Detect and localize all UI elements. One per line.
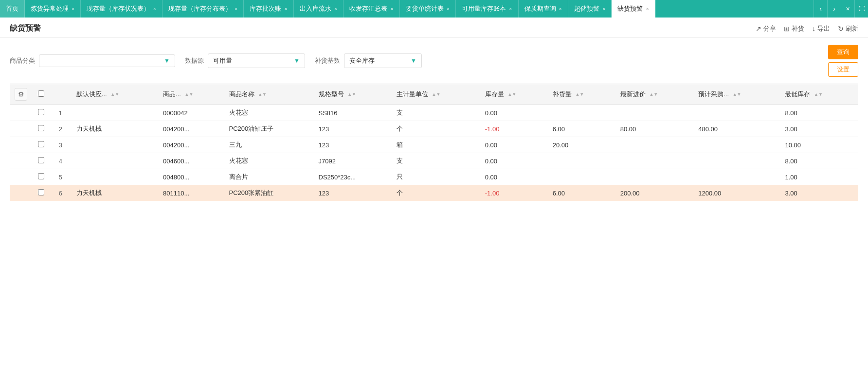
row-num: 5 xyxy=(50,169,72,185)
row-settings-cell xyxy=(10,169,32,185)
tab-demand-stats[interactable]: 要货单统计表 × xyxy=(400,0,456,18)
tab-nav-prev[interactable]: ‹ xyxy=(814,0,827,18)
row-min-stock: 3.00 xyxy=(780,185,858,201)
base-select[interactable]: 安全库存 ▼ xyxy=(344,53,422,68)
tab-shortage[interactable]: 缺货预警 × xyxy=(612,0,655,18)
name-sort[interactable]: ▲▼ xyxy=(258,92,267,97)
query-button[interactable]: 查询 xyxy=(828,45,858,59)
tab-close-abnormal[interactable]: × xyxy=(72,6,74,12)
export-button[interactable]: ↓ 导出 xyxy=(812,24,830,33)
row-name: 火花塞 xyxy=(224,153,314,169)
tab-abnormal[interactable]: 炼货异常处理 × xyxy=(25,0,81,18)
row-checkbox-2[interactable] xyxy=(38,141,44,147)
row-spec: SS816 xyxy=(314,105,392,121)
supplier-sort[interactable]: ▲▼ xyxy=(110,92,119,97)
page-header: 缺货预警 ↗ 分享 ⊞ 补货 ↓ 导出 ↻ 刷新 xyxy=(0,18,868,38)
column-settings-gear[interactable]: ⚙ xyxy=(15,88,27,101)
replenish-sort[interactable]: ▲▼ xyxy=(575,92,584,97)
row-latest-price xyxy=(615,169,693,185)
unit-sort[interactable]: ▲▼ xyxy=(432,92,441,97)
row-replenish: 6.00 xyxy=(548,185,615,201)
stock-sort[interactable]: ▲▼ xyxy=(507,92,516,97)
th-unit[interactable]: 主计量单位 ▲▼ xyxy=(392,84,480,105)
tab-expiry-query[interactable]: 保质期查询 × xyxy=(519,0,568,18)
tab-close-shortage[interactable]: × xyxy=(646,6,649,12)
th-est-purchase[interactable]: 预计采购... ▲▼ xyxy=(693,84,780,105)
refresh-icon: ↻ xyxy=(838,25,844,33)
row-min-stock: 8.00 xyxy=(780,105,858,121)
tab-batch-account[interactable]: 库存批次账 × xyxy=(244,0,293,18)
th-spec[interactable]: 规格型号 ▲▼ xyxy=(314,84,392,105)
row-checkbox-3[interactable] xyxy=(38,157,44,163)
tab-inventory-dist[interactable]: 现存量（库存分布表） × xyxy=(163,0,244,18)
datasource-select-arrow: ▼ xyxy=(294,57,300,64)
table-row: 6 力天机械 801110... PC200张紧油缸 123 个 -1.00 6… xyxy=(10,185,858,201)
tab-overstock[interactable]: 超储预警 × xyxy=(568,0,612,18)
filter-group-datasource: 数据源 可用量 ▼ xyxy=(185,53,305,68)
latest-price-sort[interactable]: ▲▼ xyxy=(649,92,658,97)
th-code[interactable]: 商品... ▲▼ xyxy=(158,84,224,105)
th-name[interactable]: 商品名称 ▲▼ xyxy=(224,84,314,105)
tab-close-inventory-status[interactable]: × xyxy=(153,6,156,12)
row-supplier xyxy=(72,137,158,153)
row-stock: 0.00 xyxy=(480,169,548,185)
refresh-button[interactable]: ↻ 刷新 xyxy=(838,24,858,33)
settings-button[interactable]: 设置 xyxy=(828,62,858,77)
row-checkbox-1[interactable] xyxy=(38,125,44,131)
row-checkbox-cell xyxy=(32,121,50,137)
code-sort[interactable]: ▲▼ xyxy=(185,92,194,97)
share-button[interactable]: ↗ 分享 xyxy=(756,24,776,33)
select-all-checkbox[interactable] xyxy=(38,90,44,97)
tab-close-expiry-query[interactable]: × xyxy=(559,6,562,12)
est-purchase-sort[interactable]: ▲▼ xyxy=(733,92,741,97)
tab-avail-ledger[interactable]: 可用量库存账本 × xyxy=(456,0,518,18)
row-min-stock: 1.00 xyxy=(780,169,858,185)
row-checkbox-0[interactable] xyxy=(38,109,44,115)
datasource-select[interactable]: 可用量 ▼ xyxy=(208,53,305,68)
row-code: 0000042 xyxy=(158,105,224,121)
tab-inout-flow[interactable]: 出入库流水 × xyxy=(294,0,344,18)
tab-receive-summary[interactable]: 收发存汇总表 × xyxy=(344,0,399,18)
row-checkbox-cell xyxy=(32,185,50,201)
tab-close-demand-stats[interactable]: × xyxy=(447,6,450,12)
table-header-row: ⚙ 默认供应... ▲▼ 商品... ▲▼ 商品名称 xyxy=(10,84,858,105)
th-min-stock[interactable]: 最低库存 ▲▼ xyxy=(780,84,858,105)
tab-close-overstock[interactable]: × xyxy=(602,6,605,12)
th-supplier[interactable]: 默认供应... ▲▼ xyxy=(72,84,158,105)
datasource-label: 数据源 xyxy=(185,56,204,65)
tab-close-inout-flow[interactable]: × xyxy=(334,6,337,12)
tab-inventory-status[interactable]: 现存量（库存状况表） × xyxy=(81,0,162,18)
tab-close-receive-summary[interactable]: × xyxy=(390,6,393,12)
th-latest-price[interactable]: 最新进价 ▲▼ xyxy=(615,84,693,105)
tab-nav-next[interactable]: › xyxy=(827,0,841,18)
row-checkbox-5[interactable] xyxy=(38,189,44,195)
tab-nav-close-all[interactable]: × xyxy=(841,0,854,18)
row-min-stock: 10.00 xyxy=(780,137,858,153)
row-min-stock: 8.00 xyxy=(780,153,858,169)
replenish-button[interactable]: ⊞ 补货 xyxy=(784,24,804,33)
row-est-purchase xyxy=(693,169,780,185)
table-row: 1 0000042 火花塞 SS816 支 0.00 8.00 xyxy=(10,105,858,121)
base-label: 补货基数 xyxy=(315,56,340,65)
row-unit: 支 xyxy=(392,153,480,169)
row-name: 离合片 xyxy=(224,169,314,185)
tab-nav-fullscreen[interactable]: ⛶ xyxy=(854,0,868,18)
tab-home[interactable]: 首页 xyxy=(0,0,25,18)
min-stock-sort[interactable]: ▲▼ xyxy=(814,92,823,97)
base-select-value: 安全库存 xyxy=(349,56,407,65)
row-name: 火花塞 xyxy=(224,105,314,121)
row-code: 004600... xyxy=(158,153,224,169)
tab-close-batch-account[interactable]: × xyxy=(284,6,287,12)
row-unit: 支 xyxy=(392,105,480,121)
th-replenish[interactable]: 补货量 ▲▼ xyxy=(548,84,615,105)
category-select-arrow: ▼ xyxy=(164,57,170,64)
tab-close-inventory-dist[interactable]: × xyxy=(235,6,237,12)
spec-sort[interactable]: ▲▼ xyxy=(347,92,356,97)
category-select[interactable]: ▼ xyxy=(39,54,175,67)
row-checkbox-4[interactable] xyxy=(38,173,44,179)
row-replenish xyxy=(548,105,615,121)
tab-close-avail-ledger[interactable]: × xyxy=(509,6,512,12)
row-supplier xyxy=(72,105,158,121)
th-stock[interactable]: 库存量 ▲▼ xyxy=(480,84,548,105)
row-supplier xyxy=(72,153,158,169)
